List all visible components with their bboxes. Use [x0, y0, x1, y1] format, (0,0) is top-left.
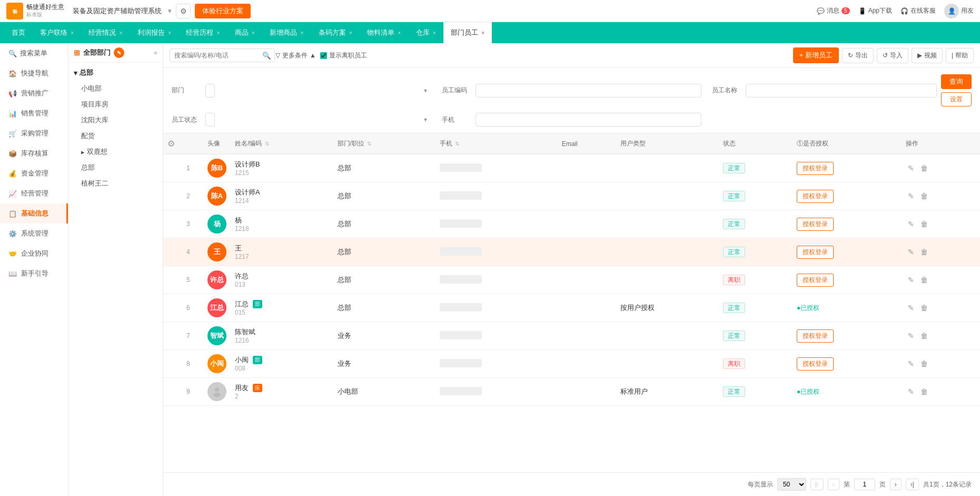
last-page-button[interactable]: ›| — [906, 479, 919, 490]
delete-employee-button[interactable]: 🗑 — [918, 358, 930, 369]
more-filter-button[interactable]: ▽ 更多条件 ▲ — [275, 51, 316, 60]
delete-employee-button[interactable]: 🗑 — [918, 330, 930, 341]
trial-button[interactable]: 体验行业方案 — [195, 4, 251, 18]
delete-employee-button[interactable]: 🗑 — [918, 386, 930, 397]
edit-employee-button[interactable]: ✎ — [906, 191, 916, 201]
auth-login-button[interactable]: 授权登录 — [797, 190, 834, 203]
search-input[interactable] — [170, 48, 275, 62]
emp-name-input[interactable] — [746, 84, 937, 98]
edit-employee-button[interactable]: ✎ — [906, 386, 916, 397]
view-button[interactable]: ▶ 视频 — [912, 48, 943, 63]
emp-status-select[interactable] — [205, 113, 215, 127]
table-settings-icon[interactable]: ⚙ — [167, 139, 175, 148]
edit-dept-button[interactable]: ✎ — [114, 47, 124, 58]
tab-new-goods[interactable]: 新增商品× — [262, 22, 311, 43]
dept-select[interactable] — [205, 84, 215, 98]
emp-code-input[interactable] — [476, 84, 701, 98]
tab-goods-close[interactable]: × — [252, 30, 255, 36]
phone-input[interactable] — [476, 113, 701, 127]
dept-item-peihuo[interactable]: 配货 — [68, 128, 163, 144]
tab-goods[interactable]: 商品× — [227, 22, 262, 43]
collapse-panel-button[interactable]: « — [154, 49, 157, 56]
dept-item-zhushu[interactable]: 植树王二 — [68, 176, 163, 191]
tab-profit[interactable]: 利润报告× — [130, 22, 179, 43]
col-dept[interactable]: 部门/职位 ⇅ — [333, 133, 436, 154]
first-page-button[interactable]: |‹ — [810, 479, 824, 490]
user-menu[interactable]: 👤 用友 — [944, 4, 974, 18]
delete-employee-button[interactable]: 🗑 — [918, 275, 930, 285]
col-name-code[interactable]: 姓名/编码 ⇅ — [231, 133, 333, 154]
dept-item-parent-zongbu[interactable]: ▾ 总部 — [68, 65, 163, 81]
dept-item-project[interactable]: 项目库房 — [68, 96, 163, 112]
tab-barcode-close[interactable]: × — [349, 30, 352, 36]
tab-warehouse-close[interactable]: × — [433, 30, 436, 36]
sidebar-item-system[interactable]: ⚙️ 系统管理 — [0, 223, 68, 244]
import-button[interactable]: ↺ 导入 — [877, 48, 908, 63]
sidebar-item-marketing[interactable]: 📢 营销推广 — [0, 83, 68, 103]
message-button[interactable]: 💬 消息 5 — [817, 6, 850, 15]
add-employee-button[interactable]: + 新增员工 — [793, 47, 839, 63]
col-phone[interactable]: 手机 ⇅ — [435, 133, 558, 154]
edit-employee-button[interactable]: ✎ — [906, 247, 916, 257]
tab-employees-close[interactable]: × — [481, 30, 484, 36]
tab-new-goods-close[interactable]: × — [300, 30, 303, 36]
auth-login-button[interactable]: 授权登录 — [797, 246, 834, 259]
next-page-button[interactable]: › — [890, 479, 902, 490]
auth-login-button[interactable]: 授权登录 — [797, 329, 834, 343]
tab-warehouse[interactable]: 仓库× — [409, 22, 443, 43]
edit-employee-button[interactable]: ✎ — [906, 219, 916, 229]
show-resigned-checkbox[interactable] — [320, 52, 327, 59]
sidebar-item-finance[interactable]: 💰 资金管理 — [0, 163, 68, 183]
tab-bom[interactable]: 物料清单× — [360, 22, 408, 43]
edit-employee-button[interactable]: ✎ — [906, 358, 916, 369]
set-button[interactable]: 设置 — [941, 92, 972, 106]
all-departments[interactable]: ⊞ 全部部门 ✎ — [74, 47, 124, 58]
tab-operation-close[interactable]: × — [119, 30, 122, 36]
sidebar-item-sales[interactable]: 📊 销售管理 — [0, 103, 68, 123]
auth-login-button[interactable]: 授权登录 — [797, 218, 834, 231]
tab-bom-close[interactable]: × — [398, 30, 401, 36]
tab-customer[interactable]: 客户联络× — [33, 22, 81, 43]
tab-barcode[interactable]: 条码方案× — [311, 22, 360, 43]
app-download-button[interactable]: 📱 App下载 — [858, 6, 892, 15]
query-button[interactable]: 查询 — [941, 74, 972, 89]
dept-item-shenyang[interactable]: 沈阳大库 — [68, 112, 163, 128]
sidebar-item-basic-info[interactable]: 📋 基础信息 — [0, 203, 68, 223]
edit-employee-button[interactable]: ✎ — [906, 163, 916, 173]
tab-history-close[interactable]: × — [216, 30, 220, 36]
tab-operation[interactable]: 经营情况× — [81, 22, 130, 43]
auth-login-button[interactable]: 授权登录 — [797, 274, 834, 287]
edit-employee-button[interactable]: ✎ — [906, 275, 916, 285]
tab-profit-close[interactable]: × — [168, 30, 171, 36]
export-button[interactable]: ↻ 导出 — [842, 48, 874, 63]
prev-page-button[interactable]: ‹ — [828, 479, 839, 490]
tab-employees[interactable]: 部门员工× — [443, 22, 492, 43]
page-number-input[interactable] — [854, 479, 875, 490]
edit-employee-button[interactable]: ✎ — [906, 330, 916, 341]
sidebar-item-search[interactable]: 🔍 搜索菜单 — [0, 43, 68, 63]
sidebar-item-business[interactable]: 📈 经营管理 — [0, 183, 68, 203]
sidebar-item-guide[interactable]: 📖 新手引导 — [0, 264, 68, 284]
sidebar-item-collab[interactable]: 🤝 企业协同 — [0, 244, 68, 264]
show-resigned-checkbox-label[interactable]: 显示离职员工 — [320, 51, 367, 60]
settings-gear-button[interactable]: ⚙ — [176, 4, 191, 18]
delete-employee-button[interactable]: 🗑 — [918, 219, 930, 229]
per-page-select[interactable]: 50 20 100 — [777, 478, 806, 491]
auth-login-button[interactable]: 授权登录 — [797, 162, 834, 175]
dept-item-shuanglu[interactable]: ▸ 双鹿想 — [68, 144, 163, 160]
dept-item-zongbu2[interactable]: 总部 — [68, 160, 163, 176]
delete-employee-button[interactable]: 🗑 — [918, 191, 930, 201]
sidebar-item-inventory[interactable]: 📦 库存核算 — [0, 143, 68, 163]
online-service-button[interactable]: 🎧 在线客服 — [900, 6, 936, 15]
dept-item-xiaodianbu[interactable]: 小电部 — [68, 81, 163, 96]
delete-employee-button[interactable]: 🗑 — [918, 303, 930, 313]
tab-home[interactable]: 首页 — [4, 22, 33, 43]
tab-customer-close[interactable]: × — [71, 30, 74, 36]
delete-employee-button[interactable]: 🗑 — [918, 163, 930, 173]
delete-employee-button[interactable]: 🗑 — [918, 247, 930, 257]
help-button[interactable]: | 帮助 — [946, 48, 974, 63]
edit-employee-button[interactable]: ✎ — [906, 303, 916, 313]
search-icon-button[interactable]: 🔍 — [262, 52, 271, 60]
sidebar-item-purchase[interactable]: 🛒 采购管理 — [0, 123, 68, 143]
sidebar-item-nav[interactable]: 🏠 快捷导航 — [0, 63, 68, 83]
